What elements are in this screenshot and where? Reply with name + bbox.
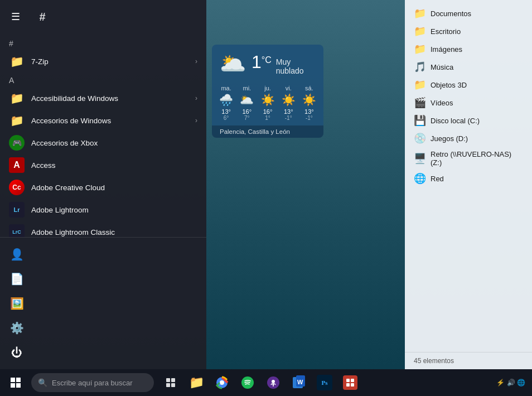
menu-item-creative-cloud[interactable]: CcAdobe Creative Cloud: [0, 176, 206, 199]
file-item-documentos[interactable]: 📁Documentos: [405, 4, 532, 22]
menu-item-accesibilidad[interactable]: 📁Accesibilidad de Windows›: [0, 87, 206, 109]
file-item-videos[interactable]: 🎬Vídeos: [405, 94, 532, 112]
svg-rect-13: [343, 375, 357, 390]
search-placeholder: Escribe aquí para buscar: [52, 379, 133, 387]
file-item-imagenes[interactable]: 📁Imágenes: [405, 40, 532, 58]
weather-main-icon: 🌥️: [220, 51, 246, 76]
svg-rect-14: [346, 379, 350, 382]
forecast-sá.: sá. ☀️ 13° -1°: [299, 85, 319, 121]
forecast-icon: ☀️: [302, 93, 316, 107]
menu-item-label: 7-Zip: [31, 57, 49, 66]
red-icon: 🌐: [414, 172, 426, 185]
power-icon: ⏻: [9, 345, 25, 360]
section-letter-#: #: [0, 36, 206, 50]
explorer-button[interactable]: 📁: [184, 370, 209, 395]
objetos3d-label: Objetos 3D: [431, 81, 467, 89]
file-list: 📁Documentos📁Escritorio📁Imágenes🎵Música📁O…: [405, 0, 532, 352]
windows-logo: [11, 378, 21, 388]
forecast-day-label: vi.: [286, 85, 292, 91]
weather-widget[interactable]: 🌥️ 1 °C Muy nublado ma. 🌧️ 13° 6° mi. 🌥️…: [212, 45, 323, 138]
folder-icon: 📁: [9, 54, 25, 69]
menu-item-xbox[interactable]: 🎮Accesorios de Xbox: [0, 132, 206, 154]
menu-item-7zip[interactable]: 📁7-Zip›: [0, 50, 206, 73]
forecast-day-label: sá.: [305, 85, 313, 91]
forecast-low: -1°: [285, 115, 292, 121]
weather-temperature: 1: [252, 52, 262, 73]
weather-description: Muy nublado: [276, 57, 316, 75]
musica-label: Música: [431, 63, 453, 71]
svg-text:W: W: [297, 379, 303, 385]
forecast-high: 13°: [221, 108, 231, 115]
start-button[interactable]: [2, 369, 29, 396]
settings-icon: ⚙️: [9, 320, 25, 336]
spotify-button[interactable]: [235, 370, 260, 395]
xbox-icon: 🎮: [9, 135, 25, 151]
taskview-button[interactable]: [158, 370, 183, 395]
podcast-button[interactable]: [261, 370, 286, 395]
menu-item-label: Adobe Creative Cloud: [31, 183, 105, 192]
forecast-temps: 16° 7°: [242, 108, 252, 121]
videos-icon: 🎬: [414, 96, 426, 109]
svg-rect-16: [346, 383, 350, 387]
sidebar-power[interactable]: ⏻: [0, 340, 206, 365]
forecast-icon: ☀️: [282, 93, 296, 107]
forecast-low: 7°: [244, 115, 250, 121]
documentos-label: Documentos: [431, 9, 471, 18]
weather-unit: °C: [262, 55, 272, 65]
forecast-icon: 🌧️: [219, 93, 233, 107]
photoshop-taskbar-button[interactable]: Ps: [312, 370, 337, 395]
svg-point-5: [220, 380, 224, 385]
file-item-red[interactable]: 🌐Red: [405, 170, 532, 187]
menu-item-lightroom[interactable]: LrAdobe Lightroom: [0, 199, 206, 221]
file-item-musica[interactable]: 🎵Música: [405, 58, 532, 76]
forecast-day-label: mi.: [243, 85, 251, 91]
menu-item-accesorios[interactable]: 📁Accesorios de Windows›: [0, 109, 206, 132]
hamburger-button[interactable]: ☰: [4, 6, 27, 28]
sidebar-settings[interactable]: ⚙️: [0, 316, 206, 340]
folder-icon: 📁: [9, 113, 25, 128]
imagenes-label: Imágenes: [431, 45, 462, 54]
forecast-temps: 13° -1°: [284, 108, 293, 121]
access-icon: A: [9, 157, 25, 173]
file-item-juegos[interactable]: 💿Juegos (D:): [405, 129, 532, 147]
section-letter-A: A: [0, 73, 206, 87]
menu-item-label: Adobe Lightroom Classic: [31, 228, 115, 236]
imagenes-icon: 📁: [414, 43, 426, 55]
sidebar-photos[interactable]: 🖼️: [0, 291, 206, 316]
forecast-day-label: ju.: [264, 85, 271, 91]
svg-rect-2: [166, 383, 170, 387]
file-item-retro[interactable]: 🖥️Retro (\\RUVELRO-NAS) (Z:): [405, 147, 532, 170]
file-item-objetos3d[interactable]: 📁Objetos 3D: [405, 76, 532, 94]
chevron-icon: ›: [195, 94, 197, 102]
sidebar-docs[interactable]: 📄: [0, 267, 206, 291]
search-icon: 🔍: [38, 378, 47, 387]
svg-point-8: [272, 380, 275, 383]
taskbar-time: ⚡ 🔊 🌐: [496, 379, 525, 387]
objetos3d-icon: 📁: [414, 79, 426, 91]
chrome-button[interactable]: [210, 370, 234, 395]
menu-item-label: Accesorios de Windows: [31, 117, 111, 125]
svg-rect-3: [171, 383, 175, 387]
forecast-high: 16°: [242, 108, 252, 115]
file-item-disco-local[interactable]: 💾Disco local (C:): [405, 112, 532, 129]
retro-label: Retro (\\RUVELRO-NAS) (Z:): [431, 150, 523, 167]
forecast-vi.: vi. ☀️ 13° -1°: [279, 85, 298, 121]
sidebar-bottom: 👤 📄 🖼️ ⚙️ ⏻: [0, 237, 206, 369]
juegos-label: Juegos (D:): [431, 134, 468, 143]
app8-button[interactable]: [338, 370, 362, 395]
word-button[interactable]: W: [287, 370, 311, 395]
hash-button[interactable]: #: [31, 6, 54, 28]
menu-item-access[interactable]: AAccess: [0, 154, 206, 176]
sidebar-user[interactable]: 👤: [0, 242, 206, 267]
forecast-ju.: ju. ☀️ 16° 1°: [258, 85, 277, 121]
forecast-icon: ☀️: [261, 93, 275, 107]
user-icon: 👤: [9, 247, 25, 262]
menu-item-lightroom-classic[interactable]: LrCAdobe Lightroom Classic: [0, 221, 206, 237]
taskbar-search[interactable]: 🔍 Escribe aquí para buscar: [31, 373, 154, 392]
retro-icon: 🖥️: [414, 152, 426, 165]
docs-icon: 📄: [9, 271, 25, 287]
forecast-ma.: ma. 🌧️ 13° 6°: [216, 85, 236, 121]
file-item-escritorio[interactable]: 📁Escritorio: [405, 22, 532, 40]
svg-rect-0: [166, 378, 170, 382]
forecast-low: 6°: [224, 115, 229, 121]
